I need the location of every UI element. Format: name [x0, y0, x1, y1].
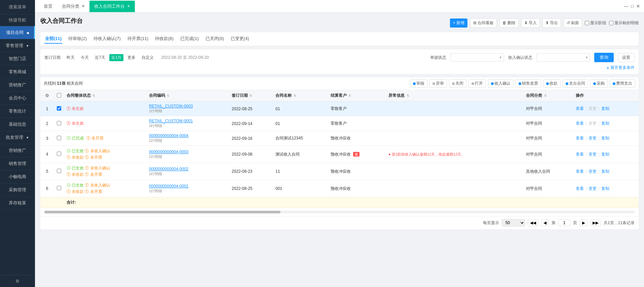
row-check-input[interactable] — [57, 169, 61, 173]
sidebar-item-smart-store[interactable]: 智慧门店 — [0, 52, 35, 66]
contract-link[interactable]: RETAIL_CUSTOM-0001 — [149, 119, 193, 123]
horizontal-scrollbar[interactable] — [44, 211, 635, 213]
status-tab-pending-review[interactable]: 待审核(2) — [68, 34, 87, 44]
copy-button[interactable]: 复制 — [601, 152, 609, 157]
show-details-checkbox[interactable]: 显示标的明细 — [609, 20, 639, 26]
sidebar-item-sales[interactable]: 销售管理 — [0, 157, 35, 170]
export-button[interactable]: ⬆ 导出 — [542, 18, 561, 28]
status-tab-completed[interactable]: 已完成(1) — [180, 34, 199, 44]
change-button[interactable]: 变更 — [589, 136, 597, 140]
view-button[interactable]: 查看 — [576, 106, 584, 111]
tab-close-icon[interactable]: ✕ — [127, 4, 130, 8]
sidebar-item-purchase[interactable]: 采购管理 — [0, 183, 35, 197]
view-button[interactable]: 查看 — [576, 152, 584, 157]
confirm-status-select[interactable] — [536, 53, 590, 62]
status-tab-pending-collection[interactable]: 待收款(8) — [154, 34, 174, 44]
first-page-button[interactable]: ◀◀ — [528, 219, 538, 226]
expand-filter-button[interactable]: ∨ 展开更多条件 — [606, 65, 635, 71]
sidebar-item-marketing[interactable]: 营销推广 — [0, 79, 35, 92]
view-button[interactable]: 查看 — [576, 121, 584, 126]
copy-button[interactable]: 复制 — [601, 121, 609, 126]
contract-link[interactable]: 0000000000004-0002 — [149, 167, 188, 171]
expense-out-button[interactable]: 费用支出 — [610, 79, 635, 88]
row-check-input[interactable] — [57, 152, 61, 156]
sidebar-item-retail-stats[interactable]: 零售统计 — [0, 105, 35, 118]
view-button[interactable]: 查看 — [576, 186, 584, 191]
doc-status-select[interactable] — [450, 53, 504, 62]
set-button[interactable]: 设置 — [618, 53, 635, 62]
maximize-icon[interactable]: □ — [631, 4, 634, 9]
expense-contract-button[interactable]: 支出合同 — [563, 79, 588, 88]
print-button[interactable]: 打开 — [468, 79, 486, 88]
import-button[interactable]: ⬇ 导入 — [521, 18, 540, 28]
sidebar-item-member[interactable]: 会员中心 — [0, 92, 35, 105]
settings-icon[interactable]: ⚙ — [45, 93, 49, 98]
change-button[interactable]: 变更 — [589, 186, 597, 191]
row-check-input[interactable] — [57, 136, 61, 140]
change-button[interactable]: 变更 — [589, 169, 597, 174]
minimize-icon[interactable]: — — [624, 4, 628, 9]
view-button[interactable]: 查看 — [576, 169, 584, 174]
status-tab-closed[interactable]: 已关闭(0) — [205, 34, 225, 44]
next-page-button[interactable]: ▶ — [580, 219, 588, 226]
sidebar-item-inventory[interactable]: 库存核算 — [0, 197, 35, 210]
sidebar-item-basic-info[interactable]: 基础信息 — [0, 118, 35, 131]
copy-button[interactable]: 复制 — [601, 136, 609, 140]
tab-contract-category[interactable]: 合同分类 ✕ — [57, 1, 89, 12]
sidebar-quick-nav[interactable]: 快捷导航 — [0, 14, 35, 26]
date-7days[interactable]: 近7天 — [93, 54, 107, 61]
new-button[interactable]: + 新增 — [450, 18, 467, 28]
tab-home[interactable]: 首页 — [39, 1, 57, 12]
contract-link[interactable]: RETAIL_CUSTOM-0003 — [149, 104, 193, 109]
change-button[interactable]: 变更 — [589, 152, 597, 157]
date-custom[interactable]: 自定义 — [140, 54, 156, 61]
copy-button[interactable]: 复制 — [601, 169, 609, 174]
sidebar-item-wholesale[interactable]: 批发管理 ▼ — [0, 131, 35, 144]
show-details-input[interactable] — [609, 21, 613, 25]
sidebar-item-retail-mall[interactable]: 零售商城 — [0, 66, 35, 79]
abandon-button[interactable]: 弃审 — [429, 79, 447, 88]
purchase-button[interactable]: 采购 — [590, 79, 608, 88]
row-check-input[interactable] — [57, 186, 61, 190]
sidebar-item-xiaochang[interactable]: 小畅电商 — [0, 170, 35, 183]
refresh-button[interactable]: ↺ 刷新 — [564, 18, 582, 28]
collection-button[interactable]: 收款 — [543, 79, 561, 88]
delete-button[interactable]: 🗑 删除 — [499, 18, 519, 28]
tab-income-workbench[interactable]: 收入合同工作台 ✕ — [89, 1, 135, 12]
change-button[interactable]: 变更 — [589, 121, 597, 126]
sidebar-item-marketing2[interactable]: 营销推广 — [0, 144, 35, 157]
close-contract-button[interactable]: 关闭 — [449, 79, 466, 88]
sales-invoice-button[interactable]: 销售发票 — [516, 79, 541, 88]
status-tab-all[interactable]: 全部(11) — [44, 34, 62, 44]
status-tab-pending-invoice[interactable]: 待开票(11) — [127, 34, 149, 44]
date-more[interactable]: 更多 — [125, 54, 138, 61]
sidebar-settings[interactable]: ⚙ — [0, 275, 35, 287]
review-button[interactable]: 审核 — [410, 79, 427, 88]
query-button[interactable]: 查询 — [594, 53, 614, 62]
last-page-button[interactable]: ▶▶ — [590, 219, 601, 226]
prev-page-button[interactable]: ◀ — [541, 219, 549, 226]
date-1month[interactable]: 近1月 — [109, 54, 124, 61]
view-button[interactable]: 查看 — [576, 136, 584, 140]
status-tab-pending-confirm[interactable]: 待收入确认(7) — [93, 34, 121, 44]
status-tab-changed[interactable]: 已变更(4) — [230, 34, 250, 44]
date-today[interactable]: 今天 — [79, 54, 91, 61]
contract-link[interactable]: 0000000000004-0001 — [149, 184, 188, 189]
contract-link[interactable]: 0000000000004-0003 — [149, 150, 188, 154]
contract-link[interactable]: 0000000000004-0004 — [149, 133, 188, 138]
date-yesterday[interactable]: 昨天 — [65, 54, 77, 61]
per-page-select[interactable]: 50 20 100 — [502, 219, 525, 227]
income-confirm-button[interactable]: 收入确认 — [488, 79, 514, 88]
select-all-checkbox[interactable] — [57, 93, 61, 97]
copy-button[interactable]: 复制 — [601, 106, 609, 111]
sidebar-item-retail[interactable]: 零售管理 ▼ — [0, 39, 35, 52]
show-stages-input[interactable] — [585, 21, 589, 25]
row-check-input[interactable] — [57, 106, 61, 111]
row-check-input[interactable] — [57, 121, 61, 125]
sidebar-item-project[interactable]: 项目合同 ◀ — [0, 26, 35, 39]
show-stages-checkbox[interactable]: 显示阶段 — [585, 20, 606, 26]
sidebar-search[interactable]: 搜索菜单 — [0, 0, 35, 14]
page-number-input[interactable] — [558, 219, 570, 226]
tab-close-icon[interactable]: ✕ — [82, 4, 85, 8]
close-icon[interactable]: ✕ — [636, 4, 640, 9]
